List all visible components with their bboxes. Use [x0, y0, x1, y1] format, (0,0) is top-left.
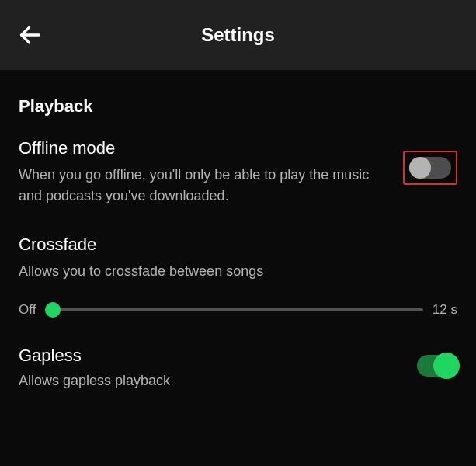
header-bar: Settings [0, 0, 476, 70]
section-heading-playback: Playback [19, 96, 457, 116]
toggle-knob-icon [433, 353, 460, 379]
setting-row-crossfade: Crossfade Allows you to crossfade betwee… [19, 235, 457, 282]
slider-knob-icon [45, 302, 61, 318]
setting-desc-gapless: Allows gapless playback [19, 370, 401, 391]
setting-text-gapless: Gapless Allows gapless playback [19, 346, 417, 391]
back-arrow-icon[interactable] [17, 22, 43, 48]
gapless-toggle-wrap [417, 355, 457, 377]
gapless-toggle[interactable] [417, 355, 457, 377]
slider-max-label: 12 s [433, 302, 457, 318]
setting-title-crossfade: Crossfade [19, 235, 457, 255]
crossfade-slider[interactable] [45, 308, 422, 311]
setting-title-offline: Offline mode [19, 138, 387, 158]
page-title: Settings [201, 24, 275, 46]
offline-mode-toggle[interactable] [409, 157, 451, 179]
offline-toggle-highlight-box [403, 151, 457, 185]
setting-desc-crossfade: Allows you to crossfade between songs [19, 261, 457, 282]
setting-desc-offline: When you go offline, you'll only be able… [19, 165, 387, 207]
setting-row-gapless: Gapless Allows gapless playback [19, 346, 457, 391]
crossfade-slider-row: Off 12 s [19, 302, 457, 318]
toggle-knob-icon [409, 157, 431, 179]
content-area: Playback Offline mode When you go offlin… [0, 70, 476, 435]
setting-text-offline: Offline mode When you go offline, you'll… [19, 138, 403, 207]
setting-title-gapless: Gapless [19, 346, 401, 366]
slider-min-label: Off [19, 302, 36, 318]
setting-row-offline: Offline mode When you go offline, you'll… [19, 138, 457, 207]
